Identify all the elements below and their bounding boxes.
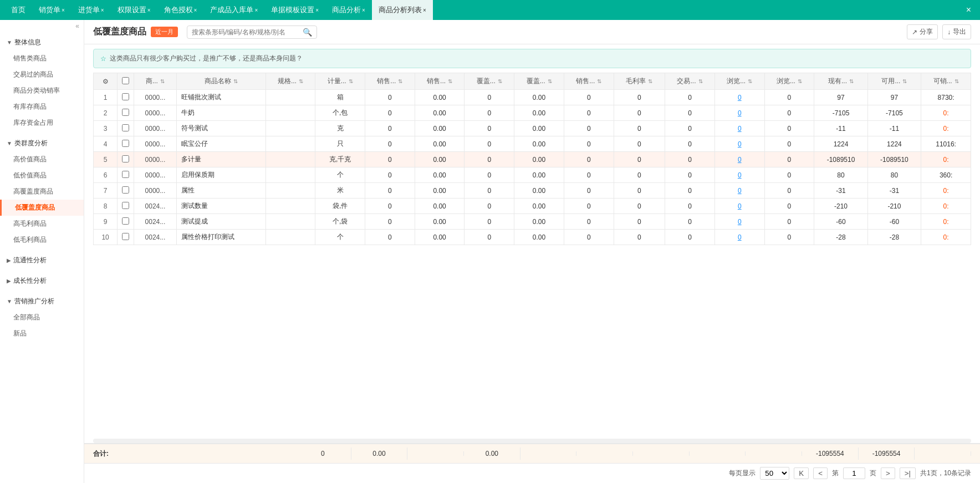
nav-template-settings-close[interactable]: × xyxy=(315,7,319,13)
cell-name[interactable]: 属性 xyxy=(176,183,266,199)
th-code[interactable]: 商...⇅ xyxy=(134,73,176,90)
cell-name[interactable]: 多计量 xyxy=(176,152,266,167)
th-current[interactable]: 现有...⇅ xyxy=(814,73,867,90)
nav-permissions[interactable]: 权限设置 × xyxy=(111,0,157,20)
cell-name[interactable]: 测试提成 xyxy=(176,214,266,230)
th-settings[interactable]: ⚙ xyxy=(94,73,118,90)
first-page-button[interactable]: K xyxy=(794,467,809,479)
select-all-checkbox[interactable] xyxy=(122,77,129,84)
cell-browse1[interactable]: 0 xyxy=(714,167,764,183)
next-page-button[interactable]: > xyxy=(881,467,895,479)
share-button[interactable]: ↗ 分享 xyxy=(907,24,938,39)
sort-icon-gross[interactable]: ⇅ xyxy=(648,78,652,84)
cell-browse1[interactable]: 0 xyxy=(714,230,764,245)
nav-product-analysis-list[interactable]: 商品分析列表 × xyxy=(372,0,433,20)
th-cover1[interactable]: 覆盖...⇅ xyxy=(465,73,514,90)
sidebar-header-cluster[interactable]: ▼ 类群度分析 xyxy=(0,135,84,151)
sort-icon-sellable[interactable]: ⇅ xyxy=(955,78,959,84)
cell-browse1[interactable]: 0 xyxy=(714,183,764,199)
sidebar-item-stocked-products[interactable]: 有库存商品 xyxy=(0,99,84,115)
sort-icon-spec[interactable]: ⇅ xyxy=(299,78,303,84)
nav-home[interactable]: 首页 xyxy=(4,0,32,20)
nav-roles-close[interactable]: × xyxy=(194,7,197,13)
sidebar-header-marketing[interactable]: ▼ 营销推广分析 xyxy=(0,293,84,309)
nav-close-all[interactable]: × xyxy=(962,5,976,15)
nav-product-analysis-close[interactable]: × xyxy=(362,7,365,13)
cell-name[interactable]: 启用保质期 xyxy=(176,167,266,183)
nav-sales[interactable]: 销货单 × xyxy=(32,0,72,20)
sidebar-item-high-margin[interactable]: 高毛利商品 xyxy=(0,216,84,232)
nav-product-analysis-list-close[interactable]: × xyxy=(423,7,426,13)
sort-icon-current[interactable]: ⇅ xyxy=(849,78,854,84)
search-icon[interactable]: 🔍 xyxy=(303,28,312,37)
cell-name[interactable]: 眠宝公仔 xyxy=(176,136,266,152)
th-browse2[interactable]: 浏览...⇅ xyxy=(764,73,814,90)
cell-checkbox[interactable] xyxy=(118,183,134,199)
sort-icon-sales3[interactable]: ⇅ xyxy=(597,78,601,84)
cell-checkbox[interactable] xyxy=(118,90,134,105)
sidebar-item-high-coverage[interactable]: 高覆盖度商品 xyxy=(0,184,84,200)
nav-product-analysis[interactable]: 商品分析 × xyxy=(325,0,372,20)
sidebar-item-traded-products[interactable]: 交易过的商品 xyxy=(0,67,84,83)
page-number-input[interactable] xyxy=(843,467,865,479)
sidebar-item-category-sales-rate[interactable]: 商品分类动销率 xyxy=(0,83,84,99)
th-sales3[interactable]: 销售...⇅ xyxy=(564,73,614,90)
cell-checkbox[interactable] xyxy=(118,136,134,152)
cell-checkbox[interactable] xyxy=(118,214,134,230)
th-sellable[interactable]: 可销...⇅ xyxy=(921,73,971,90)
prev-page-button[interactable]: < xyxy=(813,467,828,479)
cell-browse1[interactable]: 0 xyxy=(714,214,764,230)
nav-purchase[interactable]: 进货单 × xyxy=(72,0,111,20)
sidebar-header-liquidity[interactable]: ▶ 流通性分析 xyxy=(0,252,84,268)
cell-browse1[interactable]: 0 xyxy=(714,199,764,214)
cell-name[interactable]: 符号测试 xyxy=(176,121,266,136)
cell-browse1[interactable]: 0 xyxy=(714,105,764,121)
th-checkbox[interactable] xyxy=(118,73,134,90)
cell-browse1[interactable]: 0 xyxy=(714,121,764,136)
sidebar-item-sales-products[interactable]: 销售类商品 xyxy=(0,50,84,67)
sidebar-header-overall[interactable]: ▼ 整体信息 xyxy=(0,34,84,50)
sort-icon-sales1[interactable]: ⇅ xyxy=(398,78,402,84)
th-trade[interactable]: 交易...⇅ xyxy=(665,73,715,90)
th-cover2[interactable]: 覆盖...⇅ xyxy=(514,73,564,90)
sort-icon-browse2[interactable]: ⇅ xyxy=(798,78,802,84)
horizontal-scrollbar[interactable] xyxy=(93,439,971,443)
sort-icon-avail[interactable]: ⇅ xyxy=(902,78,907,84)
th-spec[interactable]: 规格...⇅ xyxy=(266,73,315,90)
sort-icon-cover2[interactable]: ⇅ xyxy=(548,78,552,84)
sort-icon-code[interactable]: ⇅ xyxy=(160,78,165,84)
th-avail[interactable]: 可用...⇅ xyxy=(867,73,921,90)
nav-sales-close[interactable]: × xyxy=(62,7,65,13)
sidebar-item-inventory-capital[interactable]: 库存资金占用 xyxy=(0,115,84,131)
sort-icon-cover1[interactable]: ⇅ xyxy=(498,78,502,84)
cell-checkbox[interactable] xyxy=(118,121,134,136)
cell-checkbox[interactable] xyxy=(118,230,134,245)
nav-purchase-close[interactable]: × xyxy=(101,7,104,13)
search-box[interactable]: 🔍 xyxy=(187,26,317,39)
sidebar-item-high-value[interactable]: 高价值商品 xyxy=(0,151,84,167)
sidebar-header-growth[interactable]: ▶ 成长性分析 xyxy=(0,273,84,289)
last-page-button[interactable]: >| xyxy=(900,467,916,479)
cell-name[interactable]: 属性价格打印测试 xyxy=(176,230,266,245)
cell-checkbox[interactable] xyxy=(118,105,134,121)
th-gross[interactable]: 毛利率⇅ xyxy=(614,73,665,90)
nav-roles[interactable]: 角色授权 × xyxy=(157,0,204,20)
th-sales1[interactable]: 销售...⇅ xyxy=(365,73,415,90)
sidebar-item-all-products[interactable]: 全部商品 xyxy=(0,309,84,326)
cell-browse1[interactable]: 0 xyxy=(714,136,764,152)
cell-checkbox[interactable] xyxy=(118,167,134,183)
cell-name[interactable]: 牛奶 xyxy=(176,105,266,121)
th-name[interactable]: 商品名称⇅ xyxy=(176,73,266,90)
per-page-select[interactable]: 50 100 200 xyxy=(760,467,789,480)
cell-browse1[interactable]: 0 xyxy=(714,152,764,167)
th-browse1[interactable]: 浏览...⇅ xyxy=(714,73,764,90)
sidebar-item-low-margin[interactable]: 低毛利商品 xyxy=(0,232,84,248)
sort-icon-unit[interactable]: ⇅ xyxy=(349,78,353,84)
sidebar-item-new-products[interactable]: 新品 xyxy=(0,326,84,342)
nav-product-warehousing-close[interactable]: × xyxy=(254,7,258,13)
nav-product-warehousing[interactable]: 产成品入库单 × xyxy=(203,0,264,20)
sort-icon-sales2[interactable]: ⇅ xyxy=(448,78,452,84)
sidebar-item-low-value[interactable]: 低价值商品 xyxy=(0,167,84,184)
search-input[interactable] xyxy=(192,28,303,36)
sort-icon-trade[interactable]: ⇅ xyxy=(698,78,703,84)
